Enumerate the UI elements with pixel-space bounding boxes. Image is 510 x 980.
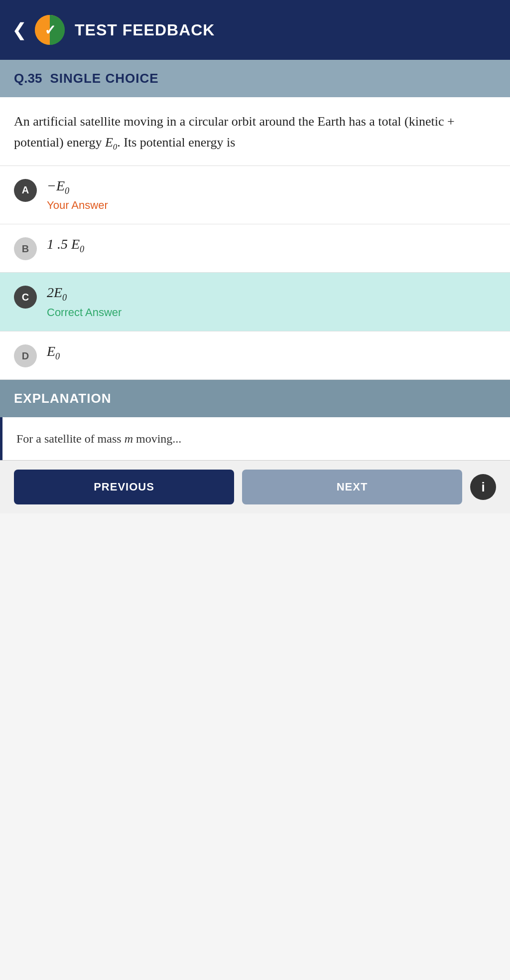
option-a-label: Your Answer xyxy=(47,199,108,212)
bottom-nav: PREVIOUS NEXT i xyxy=(0,460,510,513)
header: ❮ ✓ TEST FEEDBACK xyxy=(0,0,510,60)
option-c-circle: C xyxy=(14,286,37,309)
option-a-formula: −E0 xyxy=(47,178,108,196)
question-number: Q.35 xyxy=(14,71,42,86)
question-formula: E0 xyxy=(105,135,117,150)
option-c-formula: 2E0 xyxy=(47,285,122,303)
option-c-content: 2E0 Correct Answer xyxy=(47,285,122,319)
info-button[interactable]: i xyxy=(470,474,496,500)
option-b[interactable]: B 1 .5 E0 xyxy=(0,224,510,273)
option-a-content: −E0 Your Answer xyxy=(47,178,108,212)
option-b-content: 1 .5 E0 xyxy=(47,236,84,255)
option-c[interactable]: C 2E0 Correct Answer xyxy=(0,273,510,331)
next-button[interactable]: NEXT xyxy=(242,470,462,504)
option-c-label: Correct Answer xyxy=(47,306,122,319)
explanation-title: EXPLANATION xyxy=(14,391,111,406)
question-text: An artificial satellite moving in a circ… xyxy=(14,111,496,154)
question-text-area: An artificial satellite moving in a circ… xyxy=(0,97,510,166)
option-a-circle: A xyxy=(14,179,37,202)
explanation-content: For a satellite of mass m moving... xyxy=(0,417,510,460)
option-d-formula: E0 xyxy=(47,343,60,362)
option-a[interactable]: A −E0 Your Answer xyxy=(0,166,510,225)
option-d-content: E0 xyxy=(47,343,60,362)
question-type: SINGLE CHOICE xyxy=(50,71,158,86)
previous-button[interactable]: PREVIOUS xyxy=(14,470,234,504)
explanation-header: EXPLANATION xyxy=(0,380,510,417)
option-b-circle: B xyxy=(14,237,37,260)
explanation-text: For a satellite of mass m moving... xyxy=(16,429,496,448)
logo-check-icon: ✓ xyxy=(44,22,56,38)
header-title: TEST FEEDBACK xyxy=(75,21,215,39)
option-d[interactable]: D E0 xyxy=(0,331,510,380)
option-b-formula: 1 .5 E0 xyxy=(47,236,84,255)
option-d-circle: D xyxy=(14,344,37,367)
question-header: Q.35 SINGLE CHOICE xyxy=(0,60,510,97)
back-icon[interactable]: ❮ xyxy=(12,21,27,39)
logo: ✓ xyxy=(35,15,65,45)
